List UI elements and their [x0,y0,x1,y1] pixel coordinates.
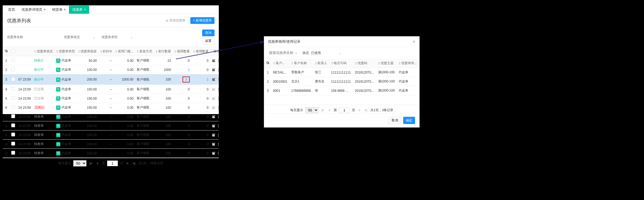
table-row[interactable]: 3 07 23:59 执行中 代代金券 200.00 -- 1000.00 客户… [3,74,219,85]
close-icon[interactable]: ✕ [64,8,66,11]
sort-icon[interactable]: ▲▼ [115,50,117,53]
svg-rect-37 [218,126,219,127]
sort-icon[interactable]: ▲▼ [291,62,293,65]
chevron-down-icon[interactable]: ⌄ [339,52,341,54]
row-checkbox[interactable] [11,133,15,136]
tab-coupon-detail[interactable]: 优惠券详情页✕ [18,6,49,14]
next-page-icon[interactable]: > [125,162,129,165]
row-checkbox[interactable] [11,123,15,127]
sort-icon[interactable]: ▲▼ [331,62,333,65]
detail-status-value[interactable]: 已使用 [311,51,321,55]
tab-coupon[interactable]: 优惠券✕ [69,6,89,14]
table-row[interactable]: 3 0001 17666666666 张 156 6666 ... 201912… [264,86,419,95]
qrcode-icon[interactable] [218,59,219,63]
filter-status-select[interactable]: ⌄ [82,36,95,39]
filter-status-label: 优惠券状态 [64,35,80,39]
next-page-icon[interactable]: > [357,108,361,112]
detail-page-input[interactable] [339,107,350,113]
row-checkbox[interactable] [11,67,15,71]
qrcode-icon[interactable] [218,115,219,119]
qrcode-icon[interactable] [218,68,219,72]
first-page-icon[interactable]: |< [321,108,325,112]
qrcode-icon[interactable] [218,78,219,81]
tab-home[interactable]: 首页 [5,6,18,14]
sort-icon[interactable]: ▲▼ [315,62,317,65]
tabs: 首页 优惠券详情页✕ 销货单✕ 优惠券✕ [3,5,219,14]
qrcode-icon[interactable] [218,133,219,137]
confirm-button[interactable]: 确定 [403,117,415,124]
row-checkbox[interactable] [11,58,15,62]
row-checkbox[interactable] [11,151,15,155]
row-checkbox[interactable] [11,105,15,109]
distribute-button[interactable]: ⊘ 发放优惠券 [163,17,188,24]
qrcode-icon[interactable] [218,142,219,146]
qrcode-icon[interactable] [218,106,219,110]
row-checkbox[interactable] [11,77,15,81]
prev-page-icon[interactable]: < [328,108,332,112]
qrcode-icon[interactable] [218,97,219,100]
table-row[interactable]: 6 14 23:59 已终止 代代金券 150.00 -- 0.00 客户领取 … [3,103,219,112]
sort-icon[interactable]: ▲▼ [355,62,357,65]
close-icon[interactable]: ✕ [43,8,46,11]
table-row[interactable]: 2 执行中 代代金券 100.00 -- 0.00 客户领取 1000 1 0 [3,65,219,74]
table-row[interactable]: 11 14 23:59 待发布 代代金券 150.00 -- 0.00 客户领取… [3,149,219,158]
share-icon[interactable] [212,68,216,72]
svg-rect-10 [218,78,219,79]
cancel-button[interactable]: 取消 [389,117,401,124]
table-row[interactable]: 1 待执行 代代金券 50.00 -- 0.00 客户领取 10 0 0 [3,56,219,65]
close-icon[interactable]: ✕ [84,8,86,11]
table-row[interactable]: 2 00010001 北京1 唐先生 11111111111 2019120T0… [264,77,419,86]
claimed-link[interactable]: 1 [188,68,190,72]
table-row[interactable]: 8 14 23:59 待发布 代代金券 150.00 -- 0.00 客户领取 … [3,121,219,130]
add-coupon-button[interactable]: + 新增优惠券 [190,17,214,24]
table-row[interactable]: 7 14 23:59 待发布 代代金券 150.00 -- 0.00 客户领取 … [3,112,219,121]
sort-icon[interactable]: ▲▼ [137,50,139,53]
select-all-checkbox[interactable] [11,49,15,53]
detail-per-page-select[interactable]: 50 [305,107,318,113]
status-badge: 已过期 [34,87,44,91]
page-input[interactable] [107,161,118,166]
sort-icon[interactable]: ▲▼ [399,62,401,65]
sort-icon[interactable]: ▲▼ [378,62,380,65]
sort-icon[interactable]: ▲▼ [34,50,36,53]
sort-icon[interactable]: ▲▼ [155,50,158,53]
sort-icon[interactable]: ▲▼ [193,50,195,53]
last-page-icon[interactable]: >| [132,162,136,165]
search-input[interactable] [269,51,293,55]
share-icon[interactable] [212,59,216,63]
close-icon[interactable]: ✕ [412,39,416,44]
table-row[interactable]: 4 14 23:59 已过期 代代金券 150.00 -- 0.00 客户领取 … [3,85,219,94]
search-icon[interactable]: ⌕ [295,51,297,55]
sort-icon[interactable]: ▲▼ [174,50,176,53]
row-checkbox[interactable] [11,142,15,146]
gear-icon[interactable] [266,61,270,65]
svg-rect-32 [218,117,219,118]
sort-icon[interactable]: ▲▼ [273,62,275,65]
gear-icon[interactable] [4,49,8,53]
sort-icon[interactable]: ▲▼ [56,50,58,53]
per-page-select[interactable]: 50 [73,160,86,166]
table-row[interactable]: 5 14 23:59 已过期 代代金券 150.00 -- 0.00 客户领取 … [3,94,219,103]
row-checkbox[interactable] [11,87,15,91]
first-page-icon[interactable]: |< [89,162,93,165]
claimed-link[interactable]: 3 [185,78,187,81]
query-button[interactable]: 查询 [202,30,214,36]
used-link[interactable]: 1 [207,78,209,81]
share-icon[interactable] [212,78,216,81]
table-row[interactable]: 1 RETAIL... 零散客户 张三 11111111111 2019120T… [264,68,419,77]
filter-name-input[interactable] [25,34,57,40]
qrcode-icon[interactable] [218,88,219,91]
sort-icon[interactable]: ▲▼ [78,50,80,53]
last-page-icon[interactable]: >| [363,108,368,112]
qrcode-icon[interactable] [218,124,219,128]
row-checkbox[interactable] [11,96,15,100]
table-row[interactable]: 9 14 23:59 待发布 代代金券 150.00 -- 0.00 客户领取 … [3,130,219,140]
prev-page-icon[interactable]: < [96,162,100,165]
settings-button[interactable]: 设置 [202,37,214,45]
sort-icon[interactable]: ▲▼ [100,50,102,53]
table-row[interactable]: 10 14 23:59 待发布 代代金券 150.00 -- 0.00 客户领取… [3,140,219,149]
filter-type-select[interactable]: ⌄ [120,36,133,39]
tab-sales[interactable]: 销货单✕ [49,6,69,14]
qrcode-icon[interactable] [218,151,219,155]
row-checkbox[interactable] [11,114,15,118]
